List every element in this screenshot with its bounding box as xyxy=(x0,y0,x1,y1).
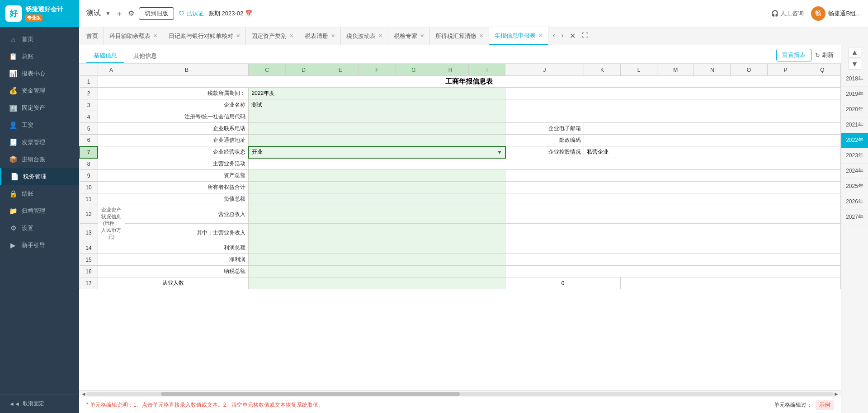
user-menu[interactable]: 畅 畅捷通B组... xyxy=(811,6,861,21)
sidebar-item-close[interactable]: 🔒 结账 xyxy=(0,185,79,202)
title-cell[interactable]: 工商年报信息表 xyxy=(98,76,841,88)
year-2021[interactable]: 2021年 xyxy=(841,117,868,133)
tab-tax-wave[interactable]: 税负波动表 ✕ xyxy=(341,27,388,45)
year-2018[interactable]: 2018年 xyxy=(841,71,868,87)
sidebar-item-assets[interactable]: 🏢 固定资产 xyxy=(0,99,79,117)
tab-assets[interactable]: 固定资产类别 ✕ xyxy=(246,27,299,45)
cell-5-right-value[interactable] xyxy=(584,123,840,135)
sidebar-item-purchase[interactable]: 📦 进销台账 xyxy=(0,151,79,168)
cell-7-dropdown[interactable]: 开业 ▼ xyxy=(249,146,505,158)
sidebar-item-archive[interactable]: 📁 归档管理 xyxy=(0,202,79,220)
tab-aux[interactable]: 科目辅助余额表 ✕ xyxy=(104,27,163,45)
horizontal-scrollbar[interactable]: ◄ ► xyxy=(79,390,841,397)
col-header-h[interactable]: H xyxy=(432,64,469,76)
year-2025[interactable]: 2025年 xyxy=(841,179,868,194)
sidebar-item-guide[interactable]: ▶ 新手引导 xyxy=(0,237,79,254)
year-2026[interactable]: 2026年 xyxy=(841,194,868,210)
refresh-button[interactable]: ↻ 刷新 xyxy=(815,51,834,59)
col-header-m[interactable]: M xyxy=(657,64,694,76)
year-2022[interactable]: 2022年 xyxy=(841,133,868,148)
sidebar-item-settings[interactable]: ⚙ 设置 xyxy=(0,220,79,237)
cell-17-value[interactable] xyxy=(249,277,505,289)
year-2027[interactable]: 2027年 xyxy=(841,210,868,225)
cell-13-value[interactable] xyxy=(249,224,505,242)
tab-tax-expert-close[interactable]: ✕ xyxy=(420,33,424,39)
tab-prev-button[interactable]: ‹ xyxy=(550,31,558,41)
calendar-icon[interactable]: 📅 xyxy=(245,10,252,17)
tab-tax-expert[interactable]: 税检专家 ✕ xyxy=(388,27,430,45)
col-header-a[interactable]: A xyxy=(98,64,125,76)
col-header-o[interactable]: O xyxy=(731,64,767,76)
tab-aux-close[interactable]: ✕ xyxy=(153,33,157,39)
cell-12-value[interactable] xyxy=(249,205,505,224)
tab-tax-table-close[interactable]: ✕ xyxy=(331,33,335,39)
col-header-f[interactable]: F xyxy=(359,64,395,76)
cell-7-right-value[interactable]: 私营企业 xyxy=(584,146,840,158)
tab-home[interactable]: 首页 xyxy=(81,27,104,45)
tab-annual[interactable]: 年报信息申报表 ✕ xyxy=(489,27,548,45)
topbar-settings-button[interactable]: ⚙ xyxy=(128,9,134,18)
cell-10-value[interactable] xyxy=(249,182,505,193)
col-header-l[interactable]: L xyxy=(620,64,657,76)
topbar-dropdown-arrow[interactable]: ▼ xyxy=(105,10,111,17)
scroll-left-arrow[interactable]: ◄ xyxy=(81,391,86,397)
col-header-p[interactable]: P xyxy=(767,64,804,76)
tab-assets-close[interactable]: ✕ xyxy=(289,33,293,39)
scroll-right-arrow[interactable]: ► xyxy=(834,391,839,397)
col-header-k[interactable]: K xyxy=(584,64,620,76)
col-header-q[interactable]: Q xyxy=(804,64,840,76)
scrollbar-track[interactable] xyxy=(86,392,834,396)
sidebar-item-ledger[interactable]: 📋 总账 xyxy=(0,48,79,65)
sidebar-collapse-button[interactable]: ◄◄ 取消固定 xyxy=(0,394,79,413)
sidebar-item-tax[interactable]: 📄 税务管理 xyxy=(0,168,79,185)
tab-annual-close[interactable]: ✕ xyxy=(538,33,542,38)
scrollbar-thumb[interactable] xyxy=(161,392,460,396)
tab-tax-wave-close[interactable]: ✕ xyxy=(378,33,382,39)
cell-3-value[interactable]: 测试 xyxy=(249,99,505,111)
col-header-n[interactable]: N xyxy=(694,64,731,76)
tab-tax-table[interactable]: 税表清册 ✕ xyxy=(299,27,341,45)
tab-next-button[interactable]: › xyxy=(559,31,566,41)
topbar-add-button[interactable]: ＋ xyxy=(115,8,123,19)
cell-8-value[interactable] xyxy=(249,158,841,170)
tab-journal-close[interactable]: ✕ xyxy=(236,33,240,39)
col-header-g[interactable]: G xyxy=(395,64,432,76)
year-2019[interactable]: 2019年 xyxy=(841,87,868,102)
year-2023[interactable]: 2023年 xyxy=(841,148,868,164)
year-scroll-up[interactable]: ▲ xyxy=(848,47,862,58)
cell-4-value[interactable] xyxy=(249,111,505,123)
tab-expand-button[interactable]: ⛶ xyxy=(579,31,591,41)
cell-16-value[interactable] xyxy=(249,266,505,277)
sidebar-item-funds[interactable]: 💰 资金管理 xyxy=(0,82,79,99)
sidebar-item-home[interactable]: ⌂ 首页 xyxy=(0,31,79,48)
subtab-basic[interactable]: 基础信息 xyxy=(86,49,124,63)
cell-14-value[interactable] xyxy=(249,242,505,254)
tab-close-all-button[interactable]: ✕ xyxy=(567,31,578,41)
cell-15-value[interactable] xyxy=(249,254,505,266)
sidebar-item-invoice[interactable]: 🧾 发票管理 xyxy=(0,134,79,151)
cell-2-value[interactable]: 2022年度 xyxy=(249,88,505,99)
year-scroll-down[interactable]: ▼ xyxy=(848,59,862,70)
col-header-j[interactable]: J xyxy=(505,64,584,76)
cell-11-value[interactable] xyxy=(249,193,505,205)
sidebar-item-payroll[interactable]: 👤 工资 xyxy=(0,117,79,134)
spreadsheet-container[interactable]: A B C D E F G H I J K L M xyxy=(79,64,841,390)
year-2020[interactable]: 2020年 xyxy=(841,102,868,117)
consult-button[interactable]: 🎧 人工咨询 xyxy=(771,9,804,18)
subtab-other[interactable]: 其他信息 xyxy=(126,49,164,63)
switch-version-button[interactable]: 切到旧版 xyxy=(139,7,174,20)
cell-6-right-value[interactable] xyxy=(584,135,840,146)
year-2024[interactable]: 2024年 xyxy=(841,164,868,179)
tab-journal[interactable]: 日记账与银行对账单核对 ✕ xyxy=(163,27,246,45)
cell-5-value[interactable] xyxy=(249,123,505,135)
sidebar-item-reports[interactable]: 📊 报表中心 xyxy=(0,65,79,82)
col-header-b[interactable]: B xyxy=(125,64,249,76)
col-header-i[interactable]: I xyxy=(469,64,505,76)
cell-9-value[interactable] xyxy=(249,170,505,182)
reset-button[interactable]: 重置报表 xyxy=(776,49,811,61)
col-header-c[interactable]: C xyxy=(249,64,285,76)
col-header-d[interactable]: D xyxy=(285,64,322,76)
col-header-e[interactable]: E xyxy=(322,64,359,76)
tab-tax-calc[interactable]: 所得税汇算清缴 ✕ xyxy=(430,27,489,45)
tab-tax-calc-close[interactable]: ✕ xyxy=(479,33,483,39)
